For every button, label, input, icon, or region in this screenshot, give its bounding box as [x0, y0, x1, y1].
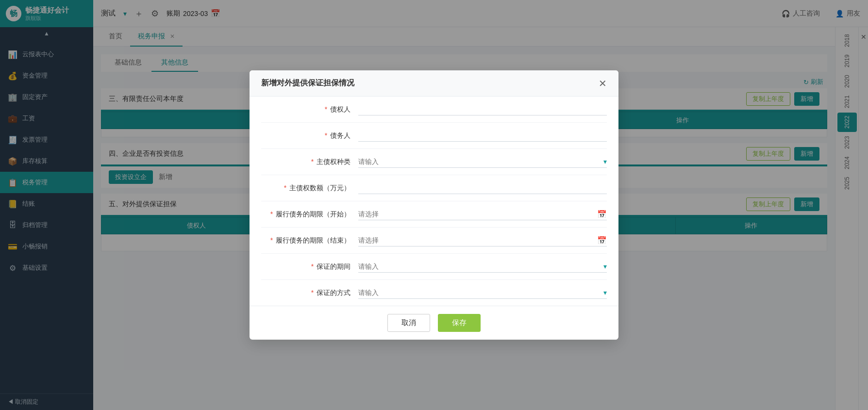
- field-date-input-period-start[interactable]: [358, 208, 597, 220]
- required-mark: *: [270, 236, 273, 244]
- required-mark: *: [284, 184, 286, 192]
- field-label-period-end: * 履行债务的期限（结束）: [261, 236, 358, 245]
- calendar-icon-start[interactable]: 📅: [597, 210, 607, 219]
- calendar-icon-end[interactable]: 📅: [597, 236, 607, 245]
- save-button[interactable]: 保存: [438, 314, 481, 332]
- modal-dialog: 新增对外提供保证担保情况 ✕ * 债权人 * 债务人: [250, 70, 618, 340]
- modal-overlay: 新增对外提供保证担保情况 ✕ * 债权人 * 债务人: [0, 0, 868, 410]
- field-select-input-claim-type[interactable]: [358, 156, 603, 167]
- form-row-period-end: * 履行债务的期限（结束） 📅: [261, 228, 607, 254]
- form-row-claim-amount: * 主债权数额（万元）: [261, 175, 607, 201]
- field-input-debtor[interactable]: [358, 130, 607, 142]
- form-row-claim-type: * 主债权种类 ▾: [261, 149, 607, 175]
- field-label-period-start: * 履行债务的期限（开始）: [261, 210, 358, 219]
- required-mark: *: [311, 262, 314, 270]
- dropdown-arrow-guarantee-period-icon[interactable]: ▾: [603, 262, 607, 270]
- dropdown-arrow-guarantee-method-icon[interactable]: ▾: [603, 289, 607, 296]
- modal-header: 新增对外提供保证担保情况 ✕: [250, 70, 618, 97]
- field-date-period-end[interactable]: 📅: [358, 234, 607, 246]
- field-date-input-period-end[interactable]: [358, 234, 597, 246]
- field-date-period-start[interactable]: 📅: [358, 208, 607, 220]
- required-mark: *: [325, 105, 327, 113]
- field-select-guarantee-period[interactable]: ▾: [358, 261, 607, 273]
- field-label-guarantee-method: * 保证的方式: [261, 289, 358, 297]
- modal-title: 新增对外提供保证担保情况: [261, 78, 354, 88]
- field-select-input-guarantee-period[interactable]: [358, 261, 603, 272]
- form-row-period-start: * 履行债务的期限（开始） 📅: [261, 201, 607, 228]
- required-mark: *: [325, 131, 327, 139]
- field-input-claim-amount[interactable]: [358, 182, 607, 194]
- dropdown-arrow-icon[interactable]: ▾: [603, 158, 607, 165]
- field-label-guarantee-period: * 保证的期间: [261, 262, 358, 271]
- field-label-claim-amount: * 主债权数额（万元）: [261, 184, 358, 193]
- field-label-claim-type: * 主债权种类: [261, 158, 358, 166]
- cancel-button[interactable]: 取消: [387, 314, 430, 332]
- required-mark: *: [270, 210, 273, 218]
- field-input-creditor[interactable]: [358, 103, 607, 115]
- modal-close-button[interactable]: ✕: [599, 79, 607, 88]
- field-label-creditor: * 债权人: [261, 105, 358, 114]
- field-select-input-guarantee-method[interactable]: [358, 287, 603, 298]
- modal-footer: 取消 保存: [250, 306, 618, 340]
- form-row-debtor: * 债务人: [261, 123, 607, 149]
- required-mark: *: [311, 158, 314, 165]
- field-select-claim-type[interactable]: ▾: [358, 156, 607, 168]
- field-select-guarantee-method[interactable]: ▾: [358, 287, 607, 299]
- field-label-debtor: * 债务人: [261, 131, 358, 140]
- modal-body: * 债权人 * 债务人 * 主债权种类: [250, 97, 618, 306]
- form-row-creditor: * 债权人: [261, 97, 607, 123]
- required-mark: *: [311, 289, 314, 296]
- form-row-guarantee-method: * 保证的方式 ▾: [261, 280, 607, 306]
- form-row-guarantee-period: * 保证的期间 ▾: [261, 254, 607, 280]
